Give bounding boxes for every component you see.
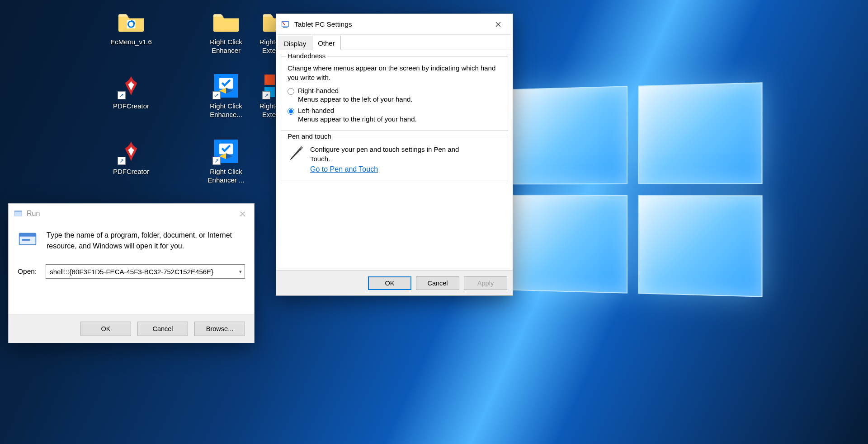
group-legend: Handedness <box>286 52 327 60</box>
open-value: shell:::{80F3F1D5-FECA-45F3-BC32-752C152… <box>50 268 213 276</box>
radio-input-right[interactable] <box>288 88 294 95</box>
open-combobox[interactable]: shell:::{80F3F1D5-FECA-45F3-BC32-752C152… <box>46 264 245 279</box>
svg-rect-4 <box>264 75 275 85</box>
chevron-down-icon: ▾ <box>239 269 242 275</box>
shortcut-arrow-icon: ↗ <box>212 91 221 99</box>
pdfcreator-icon: ↗ <box>118 138 145 165</box>
close-icon <box>495 22 501 27</box>
pen-touch-link[interactable]: Go to Pen and Touch <box>310 165 378 173</box>
radio-sublabel: Menus appear to the left of your hand. <box>298 95 413 103</box>
titlebar[interactable]: Tablet PC Settings <box>276 14 513 35</box>
apply-button[interactable]: Apply <box>464 276 507 290</box>
folder-icon <box>118 8 145 35</box>
ok-button[interactable]: OK <box>80 322 131 336</box>
desktop-icon-pdfcreator[interactable]: ↗ PDFCreator <box>106 72 156 111</box>
ok-button[interactable]: OK <box>368 276 411 290</box>
shortcut-arrow-icon: ↗ <box>118 91 126 99</box>
pen-touch-description: Configure your pen and touch settings in… <box>310 145 468 164</box>
cancel-button[interactable]: Cancel <box>416 276 459 290</box>
run-icon-small <box>14 210 22 218</box>
app-icon: ↗ <box>212 138 240 165</box>
close-icon <box>240 211 245 216</box>
desktop-icon-label: Right Click Enhancer ... <box>201 168 251 185</box>
group-legend: Pen and touch <box>286 132 333 140</box>
tablet-icon <box>281 20 290 29</box>
svg-rect-12 <box>14 211 22 212</box>
pdfcreator-icon: ↗ <box>118 72 145 99</box>
radio-sublabel: Menus appear to the right of your hand. <box>298 115 417 123</box>
handedness-description: Change where menus appear on the screen … <box>288 63 501 82</box>
desktop-icon-label: EcMenu_v1.6 <box>110 38 152 47</box>
browse-button[interactable]: Browse... <box>194 322 245 336</box>
close-button[interactable] <box>488 18 508 31</box>
radio-left-handed[interactable]: Left-handed Menus appear to the right of… <box>288 107 501 123</box>
pen-touch-group: Pen and touch Configure your pen and tou… <box>281 137 508 181</box>
window-title: Tablet PC Settings <box>294 20 488 28</box>
svg-rect-14 <box>19 233 36 236</box>
desktop-icon-pdfcreator-2[interactable]: ↗ PDFCreator <box>106 138 156 176</box>
svg-rect-15 <box>22 239 30 241</box>
desktop-icon-right-click-enhance[interactable]: ↗ Right Click Enhance... <box>201 72 251 119</box>
shortcut-arrow-icon: ↗ <box>118 157 126 165</box>
desktop-icon-right-click-enhancer[interactable]: Right Click Enhancer <box>201 8 251 55</box>
run-button-row: OK Cancel Browse... <box>9 314 254 343</box>
tablet-pc-settings-window: Tablet PC Settings Display Other Handedn… <box>276 14 513 296</box>
shortcut-arrow-icon: ↗ <box>212 157 221 165</box>
dialog-button-row: OK Cancel Apply <box>276 270 513 295</box>
cancel-button[interactable]: Cancel <box>137 322 188 336</box>
desktop-icon-label: PDFCreator <box>113 102 149 111</box>
radio-right-handed[interactable]: Right-handed Menus appear to the left of… <box>288 87 501 103</box>
run-description: Type the name of a program, folder, docu… <box>47 230 245 252</box>
tab-display[interactable]: Display <box>278 36 312 50</box>
open-label: Open: <box>18 267 37 276</box>
shortcut-arrow-icon: ↗ <box>262 91 270 99</box>
radio-input-left[interactable] <box>288 108 294 115</box>
pen-icon <box>288 145 304 161</box>
radio-label: Left-handed <box>298 107 417 114</box>
close-button[interactable] <box>236 207 249 220</box>
run-titlebar[interactable]: Run <box>9 204 254 224</box>
folder-icon <box>212 8 240 35</box>
desktop-icon-ecmenu[interactable]: EcMenu_v1.6 <box>106 8 156 47</box>
desktop-icon-label: Right Click Enhancer <box>201 38 251 55</box>
desktop-icon-right-click-enhancer-2[interactable]: ↗ Right Click Enhancer ... <box>201 138 251 185</box>
run-dialog: Run Type the name of a program, folder, … <box>8 203 255 343</box>
windows-logo-backdrop <box>511 82 762 297</box>
run-title-text: Run <box>27 210 40 218</box>
desktop-icon-label: Right Click Enhance... <box>201 102 251 119</box>
tab-other[interactable]: Other <box>312 36 341 50</box>
handedness-group: Handedness Change where menus appear on … <box>281 56 508 131</box>
tab-strip: Display Other <box>276 35 513 50</box>
run-program-icon <box>18 230 38 250</box>
app-icon: ↗ <box>212 72 240 99</box>
desktop-icon-label: PDFCreator <box>113 168 149 176</box>
radio-label: Right-handed <box>298 87 413 94</box>
tab-content: Handedness Change where menus appear on … <box>276 50 513 270</box>
